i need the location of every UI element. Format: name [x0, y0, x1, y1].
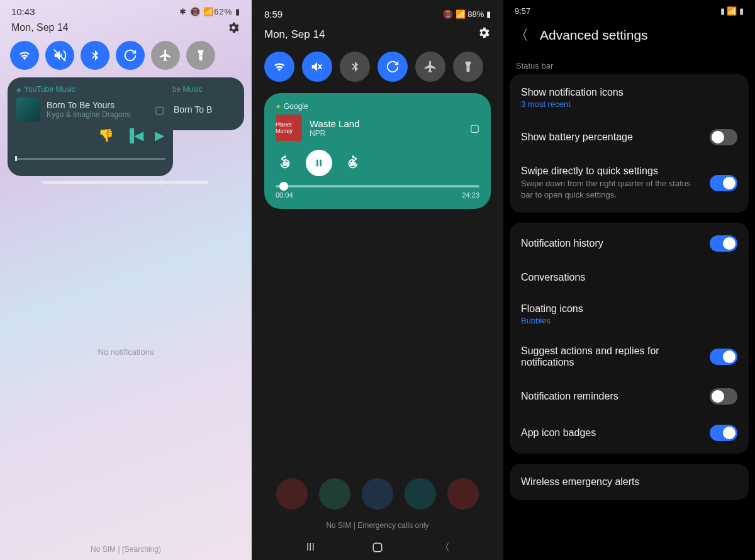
nav-bar: III 〈 [252, 540, 503, 555]
media-app-label: Google [276, 102, 479, 111]
row-notification-history[interactable]: Notification history [510, 225, 749, 262]
media-controls: 👎 ▐◀ ▶ [16, 128, 164, 143]
phone-dark-shade: 8:59 📵 📶 88% ▮ Mon, Sep 14 Google Planet… [252, 0, 503, 560]
media-carousel: YouTube Music Born To B YouTube Music Bo… [0, 77, 252, 184]
progress-bar[interactable] [15, 158, 165, 160]
date-label: Mon, Sep 14 [11, 22, 69, 33]
track-artist: Kygo & Imagine Dragons [47, 110, 130, 119]
podcast-art-icon: Planet Money [276, 115, 302, 141]
row-show-battery-percentage[interactable]: Show battery percentage [510, 119, 749, 155]
status-bar: 8:59 📵 📶 88% ▮ [252, 0, 503, 22]
qs-rotate[interactable] [116, 41, 145, 70]
date-label: Mon, Sep 14 [264, 28, 325, 41]
row-suggest-actions[interactable]: Suggest actions and replies for notifica… [510, 335, 749, 378]
album-art-icon [16, 98, 40, 121]
clock: 9:57 [515, 6, 530, 16]
svg-text:10: 10 [283, 161, 288, 167]
app-icon [276, 478, 308, 510]
svg-rect-7 [373, 543, 381, 551]
no-notifications-label: No notifications [0, 347, 252, 357]
home-apps-blurred [252, 478, 503, 510]
settings-gear-icon[interactable] [477, 26, 491, 43]
svg-rect-4 [316, 160, 318, 167]
settings-gear-icon[interactable] [226, 21, 240, 35]
qs-mute[interactable] [45, 41, 74, 70]
section-label: Status bar [503, 56, 755, 74]
status-icons: 📵 📶 88% ▮ [443, 9, 491, 19]
elapsed-time: 00:04 [276, 191, 293, 199]
qs-wifi[interactable] [10, 41, 39, 70]
qs-wifi[interactable] [264, 52, 294, 82]
track-title: Born To B [174, 104, 212, 115]
toggle-suggest-actions[interactable] [710, 349, 737, 365]
app-icon [405, 478, 436, 510]
toggle-battery-percentage[interactable] [710, 129, 737, 145]
media-app-label: YouTube Music [16, 85, 164, 94]
row-swipe-quick-settings[interactable]: Swipe directly to quick settings Swipe d… [510, 155, 749, 210]
media-card-primary[interactable]: YouTube Music Born To Be Yours Kygo & Im… [8, 77, 173, 176]
toggle-swipe-quick-settings[interactable] [710, 175, 737, 191]
qs-flashlight[interactable] [453, 52, 483, 82]
qs-airplane[interactable] [415, 52, 445, 82]
status-icons: ▮ 📶 ▮ [720, 6, 744, 16]
progress-knob[interactable] [279, 182, 288, 191]
status-bar: 10:43 ✱ 📵 📶62% ▮ [0, 0, 252, 18]
settings-group-notifications: Notification history Conversations Float… [510, 223, 749, 454]
back-button[interactable]: 〈 [437, 540, 452, 555]
back-icon[interactable]: 〈 [515, 26, 528, 45]
quick-settings-row [0, 41, 252, 77]
app-icon [319, 478, 350, 510]
app-icon [447, 478, 479, 510]
qs-flashlight[interactable] [186, 41, 215, 70]
row-notification-reminders[interactable]: Notification reminders [510, 378, 749, 415]
sim-status-label: No SIM | Emergency calls only [252, 521, 503, 530]
cast-device-icon[interactable]: ▢ [155, 104, 164, 116]
date-row: Mon, Sep 14 [0, 18, 252, 41]
track-title: Waste Land [310, 118, 360, 129]
row-show-notification-icons[interactable]: Show notification icons 3 most recent [510, 77, 749, 119]
thumbs-down-icon[interactable]: 👎 [98, 128, 114, 143]
qs-bluetooth[interactable] [340, 52, 370, 82]
clock: 10:43 [11, 6, 35, 17]
duration-time: 24:23 [462, 191, 479, 199]
shade-handle[interactable] [43, 181, 208, 184]
svg-text:30: 30 [350, 161, 355, 167]
toggle-notification-reminders[interactable] [710, 388, 737, 405]
status-icons: ✱ 📵 📶62% ▮ [179, 7, 240, 16]
progress-bar[interactable] [276, 185, 479, 188]
rewind-10-icon[interactable]: 10 [276, 154, 294, 172]
svg-rect-5 [320, 160, 322, 167]
recents-button[interactable]: III [303, 540, 318, 555]
row-wireless-emergency-alerts[interactable]: Wireless emergency alerts [510, 466, 749, 498]
home-button[interactable] [370, 540, 385, 555]
toggle-notification-history[interactable] [710, 235, 737, 252]
pause-button[interactable] [306, 150, 332, 176]
play-icon[interactable]: ▶ [155, 128, 164, 143]
date-row: Mon, Sep 14 [252, 22, 503, 52]
qs-airplane[interactable] [151, 41, 180, 70]
forward-30-icon[interactable]: 30 [344, 154, 362, 172]
track-subtitle: NPR [310, 129, 360, 138]
quick-settings-row [252, 52, 503, 93]
settings-header: 〈 Advanced settings [503, 20, 755, 56]
clock: 8:59 [264, 9, 282, 20]
page-title: Advanced settings [540, 28, 648, 43]
row-app-icon-badges[interactable]: App icon badges [510, 415, 749, 451]
status-bar: 9:57 ▮ 📶 ▮ [503, 0, 755, 20]
cast-device-icon[interactable]: ▢ [470, 122, 479, 134]
media-controls: 10 30 [276, 150, 479, 176]
settings-group-statusbar: Show notification icons 3 most recent Sh… [510, 74, 749, 213]
toggle-app-icon-badges[interactable] [710, 425, 737, 441]
app-icon [362, 478, 393, 510]
media-card[interactable]: Google Planet Money Waste Land NPR ▢ 10 … [264, 93, 491, 209]
row-floating-icons[interactable]: Floating icons Bubbles [510, 293, 749, 335]
row-conversations[interactable]: Conversations [510, 262, 749, 293]
qs-rotate[interactable] [378, 52, 408, 82]
previous-track-icon[interactable]: ▐◀ [125, 128, 143, 143]
time-row: 00:04 24:23 [276, 191, 479, 199]
qs-mute[interactable] [302, 52, 332, 82]
track-title: Born To Be Yours [47, 100, 130, 110]
phone-light-shade: 10:43 ✱ 📵 📶62% ▮ Mon, Sep 14 YouTube Mus… [0, 0, 252, 560]
settings-group-emergency: Wireless emergency alerts [510, 464, 749, 500]
qs-bluetooth[interactable] [81, 41, 109, 70]
